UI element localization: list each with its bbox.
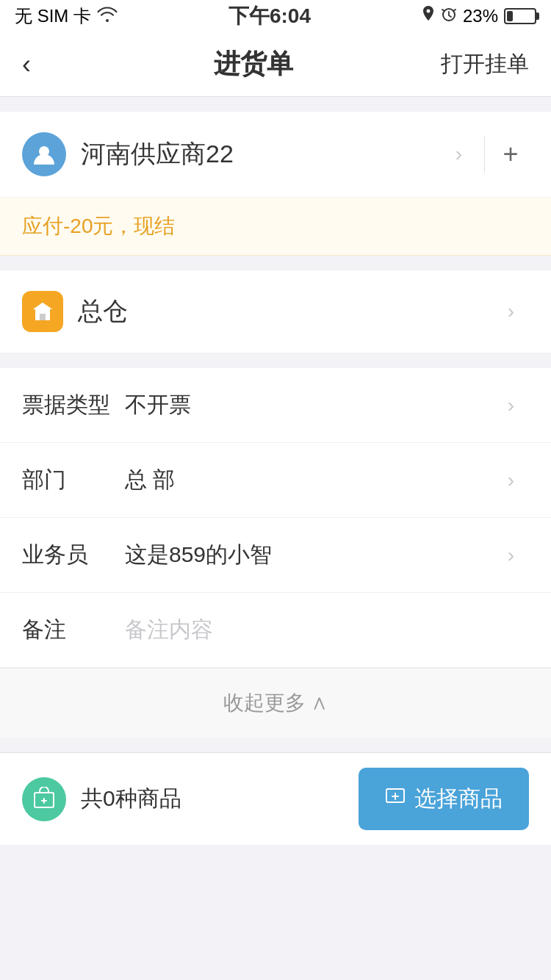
alarm-icon: [441, 6, 457, 26]
battery-icon: [504, 8, 536, 24]
supplier-name: 河南供应商22: [81, 137, 455, 171]
remark-row[interactable]: 备注 备注内容: [0, 593, 551, 668]
invoice-type-chevron-icon: ›: [508, 394, 514, 417]
department-label: 部门: [22, 465, 125, 495]
department-chevron-icon: ›: [508, 469, 514, 492]
back-button[interactable]: ‹: [22, 49, 66, 80]
warehouse-chevron-icon: ›: [508, 300, 514, 323]
salesperson-label: 业务员: [22, 540, 125, 570]
carrier-label: 无 SIM 卡: [15, 4, 91, 28]
nav-bar: ‹ 进货单 打开挂单: [0, 32, 551, 97]
invoice-type-row[interactable]: 票据类型 不开票 ›: [0, 368, 551, 443]
open-pending-button[interactable]: 打开挂单: [441, 49, 529, 79]
product-count-label: 共0种商品: [81, 784, 344, 814]
svg-rect-3: [40, 314, 46, 320]
section-gap-3: [0, 353, 551, 368]
product-icon: [22, 777, 66, 821]
remark-input[interactable]: 备注内容: [125, 615, 529, 645]
select-product-icon: [385, 786, 406, 812]
select-product-label: 选择商品: [414, 784, 503, 814]
invoice-type-label: 票据类型: [22, 390, 125, 420]
warehouse-section: 总仓 ›: [0, 270, 551, 353]
wifi-icon: [97, 6, 118, 26]
form-section: 票据类型 不开票 › 部门 总 部 › 业务员 这是859的小智 › 备注 备注…: [0, 368, 551, 738]
salesperson-value: 这是859的小智: [125, 540, 508, 570]
battery-percent-label: 23%: [463, 6, 498, 26]
battery-fill: [507, 11, 513, 21]
warehouse-name: 总仓: [78, 295, 508, 328]
status-bar-left: 无 SIM 卡: [15, 4, 118, 28]
select-product-button[interactable]: 选择商品: [359, 768, 529, 830]
main-content: 河南供应商22 › + 应付-20元，现结 总仓 ›: [0, 97, 551, 845]
divider: [484, 136, 485, 173]
section-gap-4: [0, 738, 551, 752]
section-gap-1: [0, 97, 551, 112]
salesperson-chevron-icon: ›: [508, 544, 514, 567]
collapse-label: 收起更多 ∧: [223, 689, 328, 717]
supplier-section: 河南供应商22 › + 应付-20元，现结: [0, 112, 551, 256]
page-title: 进货单: [214, 46, 293, 82]
supplier-chevron-icon: ›: [455, 143, 462, 166]
status-bar: 无 SIM 卡 下午6:04 23%: [0, 0, 551, 32]
supplier-avatar: [22, 132, 66, 176]
remark-label: 备注: [22, 615, 125, 645]
add-supplier-button[interactable]: +: [492, 136, 529, 173]
notice-text: 应付-20元，现结: [22, 215, 175, 237]
salesperson-row[interactable]: 业务员 这是859的小智 ›: [0, 518, 551, 593]
location-icon: [422, 6, 435, 26]
invoice-type-value: 不开票: [125, 390, 508, 420]
supplier-row[interactable]: 河南供应商22 › +: [0, 112, 551, 198]
department-value: 总 部: [125, 465, 508, 495]
section-gap-2: [0, 256, 551, 270]
bottom-bar: 共0种商品 选择商品: [0, 752, 551, 845]
collapse-row[interactable]: 收起更多 ∧: [0, 668, 551, 738]
warehouse-icon: [22, 291, 63, 332]
department-row[interactable]: 部门 总 部 ›: [0, 443, 551, 518]
warehouse-row[interactable]: 总仓 ›: [0, 270, 551, 353]
notice-bar: 应付-20元，现结: [0, 198, 551, 256]
time-label: 下午6:04: [228, 2, 311, 30]
status-bar-right: 23%: [422, 6, 536, 26]
